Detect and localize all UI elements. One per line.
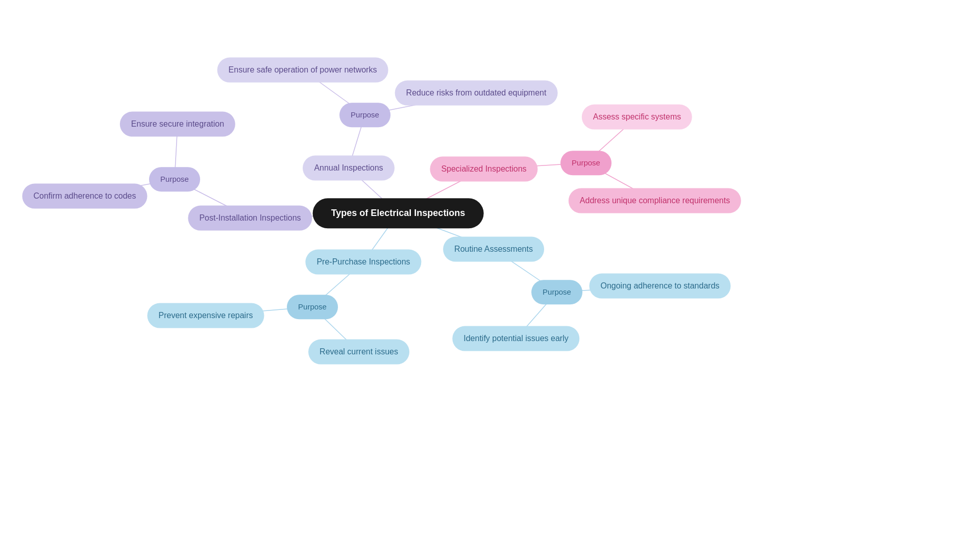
reveal-issues-node[interactable]: Reveal current issues (308, 340, 409, 365)
annual-purpose-node[interactable]: Purpose (339, 103, 390, 127)
specialized-inspections-node[interactable]: Specialized Inspections (430, 157, 537, 182)
center-node[interactable]: Types of Electrical Inspections (313, 198, 484, 228)
post-install-secure-node[interactable]: Ensure secure integration (120, 112, 235, 137)
post-install-codes-node[interactable]: Confirm adherence to codes (22, 184, 148, 209)
post-installation-node[interactable]: Post-Installation Inspections (188, 206, 312, 231)
annual-reduce-risks-node[interactable]: Reduce risks from outdated equipment (395, 81, 558, 106)
mindmap-canvas: Types of Electrical Inspections Annual I… (0, 0, 980, 553)
post-install-purpose-node[interactable]: Purpose (149, 167, 200, 191)
prevent-repairs-node[interactable]: Prevent expensive repairs (148, 303, 264, 328)
ongoing-adherence-node[interactable]: Ongoing adherence to standards (589, 274, 730, 299)
annual-inspections-node[interactable]: Annual Inspections (303, 156, 395, 181)
identify-issues-node[interactable]: Identify potential issues early (452, 326, 579, 351)
routine-purpose-node[interactable]: Purpose (531, 280, 582, 304)
specialized-compliance-node[interactable]: Address unique compliance requirements (569, 188, 741, 213)
pre-purchase-purpose-node[interactable]: Purpose (287, 295, 338, 319)
annual-safe-operation-node[interactable]: Ensure safe operation of power networks (217, 58, 388, 83)
specialized-assess-node[interactable]: Assess specific systems (582, 105, 692, 130)
routine-assessments-node[interactable]: Routine Assessments (443, 237, 544, 262)
specialized-purpose-node[interactable]: Purpose (560, 151, 611, 175)
pre-purchase-node[interactable]: Pre-Purchase Inspections (305, 250, 421, 275)
